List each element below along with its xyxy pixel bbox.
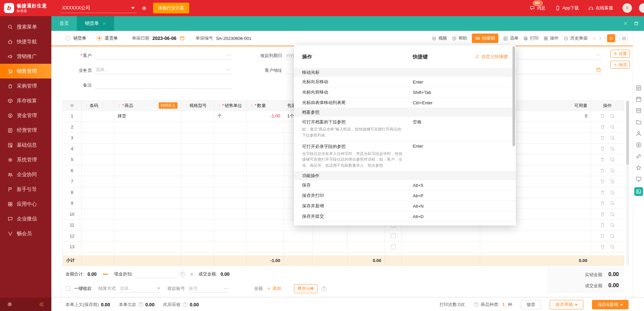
sidebar-settings-gear-icon[interactable] <box>7 301 13 307</box>
table-cell[interactable] <box>114 144 181 155</box>
table-cell[interactable] <box>591 133 624 144</box>
table-cell[interactable] <box>591 111 624 122</box>
restore-window-icon[interactable] <box>634 21 639 26</box>
list-view-toggle[interactable] <box>607 34 615 42</box>
tab-home[interactable]: 首页 <box>51 16 77 31</box>
table-cell[interactable] <box>591 122 624 133</box>
table-cell[interactable] <box>82 187 114 198</box>
toolbar-action-pick-order[interactable]: 选单 <box>503 35 518 41</box>
monitor-tool-icon[interactable] <box>635 176 642 183</box>
copy-row-icon[interactable] <box>610 135 615 140</box>
copy-row-icon[interactable] <box>610 124 615 129</box>
copy-row-icon[interactable] <box>610 168 615 173</box>
table-cell[interactable]: 6 <box>63 165 82 176</box>
table-cell[interactable] <box>385 231 402 242</box>
table-cell[interactable] <box>82 198 114 209</box>
customer-input[interactable] <box>95 51 232 59</box>
prev-doc-icon[interactable] <box>592 36 597 41</box>
sidebar-item-system[interactable]: 系统管理 <box>0 152 51 167</box>
delete-row-icon[interactable] <box>600 212 605 217</box>
table-cell[interactable] <box>591 220 624 231</box>
extra-ref-field[interactable] <box>518 51 602 59</box>
table-cell[interactable] <box>181 198 214 209</box>
table-cell[interactable] <box>591 209 624 220</box>
sidebar-item-app-center[interactable]: 应用中心 <box>0 197 51 211</box>
table-cell[interactable] <box>181 187 214 198</box>
settle-method-select[interactable]: 选择... <box>120 284 160 293</box>
table-cell[interactable] <box>247 253 284 256</box>
table-cell[interactable] <box>82 209 114 220</box>
table-cell[interactable] <box>114 198 181 209</box>
table-cell[interactable] <box>591 242 624 253</box>
delete-row-icon[interactable] <box>600 157 605 162</box>
table-cell[interactable]: 1 <box>63 111 82 122</box>
table-cell[interactable] <box>181 122 214 133</box>
delete-row-icon[interactable] <box>600 234 605 239</box>
table-cell[interactable]: 5 <box>63 154 82 165</box>
delete-row-icon[interactable] <box>600 124 605 129</box>
delete-row-icon[interactable] <box>600 146 605 151</box>
table-cell[interactable] <box>591 198 624 209</box>
column-header[interactable]: *商品扫码录入 <box>114 100 181 111</box>
table-cell[interactable] <box>181 176 214 187</box>
user-tool-icon[interactable] <box>635 130 642 137</box>
table-cell[interactable] <box>82 133 114 144</box>
table-cell[interactable] <box>591 165 624 176</box>
sidebar-item-funds[interactable]: 资金管理 <box>0 108 51 123</box>
table-cell[interactable] <box>214 198 247 209</box>
delete-row-icon[interactable] <box>600 244 605 249</box>
coin-tool-icon[interactable] <box>635 142 642 148</box>
table-cell[interactable] <box>214 144 247 155</box>
save-and-new-button[interactable]: 保存&新增 <box>592 300 629 309</box>
table-cell[interactable] <box>385 253 402 256</box>
next-doc-icon[interactable] <box>598 36 602 41</box>
remark-input[interactable] <box>95 80 232 89</box>
copy-row-icon[interactable] <box>610 113 615 118</box>
table-cell[interactable] <box>591 231 624 242</box>
table-cell[interactable] <box>385 242 402 253</box>
table-cell[interactable] <box>402 253 480 256</box>
table-cell[interactable] <box>82 165 114 176</box>
table-cell[interactable] <box>82 122 114 133</box>
scan-input-button[interactable]: 扫码录入 <box>159 102 178 109</box>
table-cell[interactable] <box>214 165 247 176</box>
table-cell[interactable]: 9 <box>63 198 82 209</box>
sidebar-item-wechat[interactable]: 企业微信 <box>0 211 51 226</box>
sidebar-item-purchase[interactable]: 采购管理 <box>0 79 51 93</box>
table-cell[interactable] <box>247 242 284 253</box>
toolbar-action-print[interactable]: 打印 <box>523 35 539 41</box>
table-cell[interactable] <box>114 231 181 242</box>
column-header[interactable]: *销售单位 <box>214 100 247 111</box>
table-cell[interactable] <box>214 187 247 198</box>
table-cell[interactable] <box>247 133 284 144</box>
table-cell[interactable] <box>114 165 181 176</box>
table-cell[interactable] <box>348 253 385 256</box>
table-cell[interactable] <box>181 242 214 253</box>
sidebar-item-inventory[interactable]: 库存核算 <box>0 93 51 108</box>
radio-sales-order[interactable] <box>65 36 70 41</box>
report-tool-icon[interactable] <box>635 85 642 91</box>
table-cell[interactable] <box>214 231 247 242</box>
table-cell[interactable] <box>247 187 284 198</box>
table-cell[interactable]: 3 <box>63 133 82 144</box>
link-tool-icon[interactable] <box>635 153 642 160</box>
receipt-account-input[interactable]: 账号 <box>189 284 229 293</box>
table-cell[interactable] <box>82 231 114 242</box>
table-cell[interactable]: 14 <box>63 253 82 256</box>
sidebar-item-marketing[interactable]: 营销推广 <box>0 49 51 64</box>
table-cell[interactable] <box>214 209 247 220</box>
copy-row-icon[interactable] <box>610 146 615 151</box>
extra-date-field[interactable] <box>518 65 602 74</box>
customize-shortcut-link[interactable]: 自定义快捷键 <box>475 54 508 60</box>
table-cell[interactable] <box>247 144 284 155</box>
toolbar-action-help[interactable]: 帮助 <box>452 35 467 41</box>
table-cell[interactable] <box>312 253 348 256</box>
table-cell[interactable] <box>480 253 591 256</box>
copy-row-icon[interactable] <box>610 157 615 162</box>
column-header[interactable]: *数量 <box>247 100 284 111</box>
table-cell[interactable]: 个 <box>214 111 247 122</box>
delete-row-icon[interactable] <box>600 135 605 140</box>
table-cell[interactable] <box>214 253 247 256</box>
table-cell[interactable] <box>214 154 247 165</box>
row-checkbox[interactable] <box>391 245 396 249</box>
